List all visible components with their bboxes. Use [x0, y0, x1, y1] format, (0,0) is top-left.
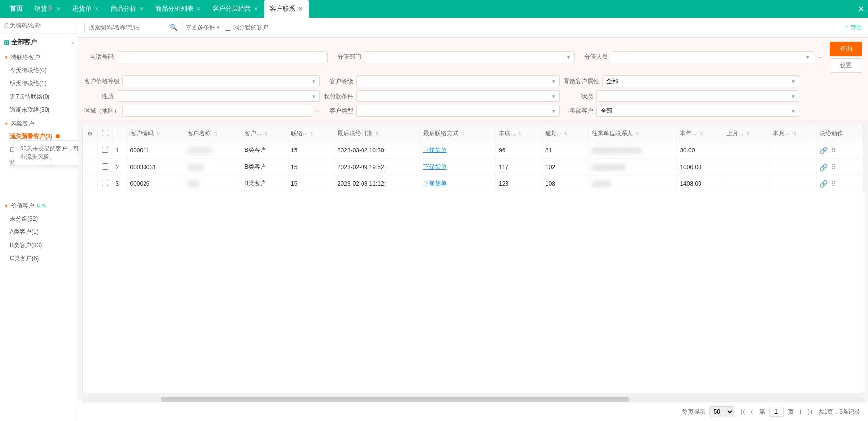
- more-action-icon[interactable]: ⠿: [831, 163, 836, 171]
- filter-select-status[interactable]: [596, 90, 799, 102]
- export-button[interactable]: ↑ 导出: [845, 24, 862, 32]
- type-column-header[interactable]: 客户... ⇅: [241, 125, 288, 142]
- code-column-header[interactable]: 客户编码 ⇅: [127, 125, 184, 142]
- edit-icon[interactable]: ✎: [42, 203, 46, 209]
- region-more-icon[interactable]: ···: [315, 107, 320, 114]
- name-column-header[interactable]: 客户名称 ⇅: [184, 125, 241, 142]
- contact-column-header[interactable]: 联络... ⇅: [288, 125, 335, 142]
- main-search-button[interactable]: 🔍: [169, 24, 178, 31]
- this-year-header[interactable]: 本年... ⇅: [677, 125, 723, 142]
- filter-select-scattered[interactable]: 全部: [602, 75, 799, 87]
- tab-customer-layers[interactable]: 客户分层经营 ✕: [207, 0, 264, 18]
- prev-page-button[interactable]: ⟨: [749, 407, 755, 416]
- setting-button[interactable]: 设置: [830, 58, 862, 73]
- link-action-icon[interactable]: 🔗: [820, 147, 828, 154]
- sidebar-search-input[interactable]: [4, 22, 77, 29]
- filter-label-scattered2: 零散客户: [564, 107, 593, 115]
- main-search-input[interactable]: [89, 24, 169, 31]
- refresh-icon[interactable]: ↻: [36, 203, 41, 209]
- sidebar-group-value[interactable]: ▼ 价值客户 ↻ ✎: [0, 199, 78, 212]
- sidebar-item-a-class[interactable]: A类客户(1): [0, 225, 78, 239]
- contact-way-link[interactable]: 下销货单: [423, 147, 447, 153]
- filter-input-region[interactable]: [122, 105, 312, 117]
- sidebar-group-risk[interactable]: ▼ 风险客户: [0, 117, 78, 130]
- my-customers-check[interactable]: [225, 25, 231, 31]
- page-label: 第: [757, 407, 767, 417]
- tab-home[interactable]: 首页: [4, 0, 28, 18]
- filter-bar: 🔍 ▽ 更多条件 ▼ 我分管的客户 ↑ 导出: [78, 18, 868, 38]
- sort-icon: ⇅: [264, 131, 268, 136]
- row-this-year-cell: 30.00: [677, 142, 723, 159]
- filter-select-scattered2[interactable]: 全部: [596, 105, 799, 117]
- overdue-header[interactable]: 逾期... ⇅: [542, 125, 589, 142]
- tab-purchase[interactable]: 进货单 ✕: [67, 0, 105, 18]
- scrollbar-thumb[interactable]: [161, 397, 630, 402]
- sidebar-item-b-class[interactable]: B类客户(33): [0, 239, 78, 252]
- contact-way-link[interactable]: 下销货单: [423, 180, 447, 187]
- sidebar-item-7days[interactable]: 近7天待联络(0): [0, 90, 78, 103]
- checkbox-column-header: [97, 125, 112, 142]
- sidebar-item-c-class[interactable]: C类客户(6): [0, 252, 78, 265]
- page-number-input[interactable]: [769, 407, 784, 417]
- row-contacts-cell: ██ ██ 3...: [588, 159, 677, 175]
- more-action-icon[interactable]: ⠿: [831, 180, 836, 188]
- settings-column-header[interactable]: ⚙: [83, 125, 97, 142]
- filter-select-customer-level[interactable]: [356, 75, 559, 87]
- filter-select-person[interactable]: [611, 51, 814, 63]
- row-type-cell: B类客户: [241, 159, 288, 175]
- settings-icon[interactable]: ⚙: [87, 130, 93, 137]
- last-contact-way-header[interactable]: 最后联络方式 ⇅: [420, 125, 496, 142]
- last-month-header[interactable]: 上月... ⇅: [723, 125, 770, 142]
- close-icon[interactable]: ✕: [254, 6, 258, 12]
- tab-sales[interactable]: 销货单 ✕: [28, 0, 67, 18]
- all-customers-header[interactable]: ⊞ 全部客户 «: [0, 34, 78, 50]
- row-checkbox[interactable]: [102, 163, 108, 170]
- row-checkbox[interactable]: [102, 180, 108, 186]
- last-page-button[interactable]: ⟩⟩: [806, 407, 815, 416]
- sort-icon: ⇅: [564, 131, 568, 136]
- select-all-checkbox[interactable]: [102, 130, 108, 136]
- more-options-icon[interactable]: ···: [817, 54, 822, 61]
- more-action-icon[interactable]: ⠿: [831, 147, 836, 154]
- contact-way-link[interactable]: 下销货单: [423, 163, 447, 170]
- my-customers-checkbox[interactable]: 我分管的客户: [225, 24, 268, 32]
- more-conditions-button[interactable]: ▽ 更多条件 ▼: [186, 24, 221, 32]
- tab-analysis[interactable]: 商品分析 ✕: [105, 0, 149, 18]
- row-this-month-cell: [770, 175, 817, 192]
- tab-analysis-list[interactable]: 商品分析列表 ✕: [149, 0, 207, 18]
- row-checkbox[interactable]: [102, 147, 108, 153]
- per-page-label: 每页显示: [682, 408, 705, 416]
- filter-input-phone[interactable]: [117, 51, 328, 63]
- close-icon[interactable]: ✕: [56, 6, 61, 12]
- customer-name: ██: [187, 164, 203, 171]
- horizontal-scrollbar[interactable]: [82, 397, 864, 402]
- filter-select-price-level[interactable]: [122, 75, 320, 87]
- last-contact-date-header[interactable]: 最后联络日期 ⇅: [334, 125, 420, 142]
- filter-select-dept[interactable]: [364, 51, 575, 63]
- filter-select-customer-type[interactable]: [356, 105, 559, 117]
- row-actions-cell: 🔗 ⠿: [817, 142, 864, 159]
- filter-select-payment[interactable]: [356, 90, 559, 102]
- query-button[interactable]: 查询: [830, 42, 862, 56]
- uncontacted-header[interactable]: 未联... ⇅: [496, 125, 542, 142]
- close-icon[interactable]: ✕: [95, 6, 99, 12]
- this-month-header[interactable]: 本月... ⇅: [770, 125, 817, 142]
- sidebar-item-tomorrow[interactable]: 明天待联络(1): [0, 77, 78, 90]
- sidebar-item-ungrouped[interactable]: 未分组(32): [0, 212, 78, 225]
- sidebar-item-overdue[interactable]: 逾期未联络(30): [0, 103, 78, 117]
- per-page-select[interactable]: 50 100: [709, 406, 734, 417]
- filter-select-nature[interactable]: [117, 90, 320, 102]
- sidebar-group-pending[interactable]: ▼ 待联络客户: [0, 50, 78, 64]
- close-icon[interactable]: ✕: [139, 6, 144, 12]
- link-action-icon[interactable]: 🔗: [820, 163, 828, 171]
- close-icon[interactable]: ✕: [196, 6, 201, 12]
- customer-name: ████: [187, 147, 212, 154]
- close-all-button[interactable]: ✕: [858, 4, 864, 14]
- close-icon[interactable]: ✕: [298, 6, 303, 12]
- link-action-icon[interactable]: 🔗: [820, 180, 828, 188]
- tab-customer-contact[interactable]: 客户联系 ✕: [264, 0, 309, 18]
- sidebar-item-today[interactable]: 今天待联络(0): [0, 64, 78, 77]
- first-page-button[interactable]: ⟨⟨: [738, 407, 747, 416]
- contacts-header[interactable]: 往来单位联系人 ⇅: [588, 125, 677, 142]
- next-page-button[interactable]: ⟩: [797, 407, 804, 416]
